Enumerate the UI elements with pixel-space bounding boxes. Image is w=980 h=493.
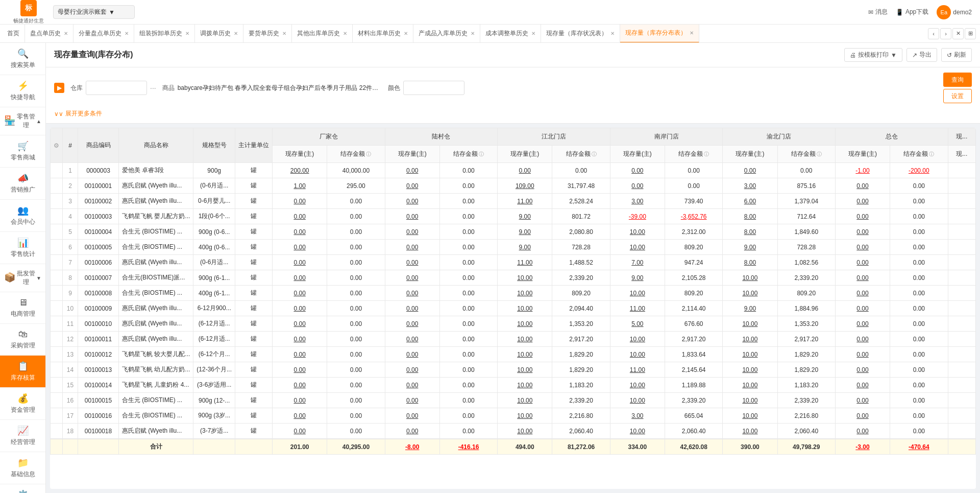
row-jiangbei-stock[interactable]: 10.00 — [498, 362, 552, 378]
row-factory-stock[interactable]: 0.00 — [273, 378, 327, 393]
row-jiangbei-stock[interactable]: 11.00 — [498, 194, 552, 209]
refresh-btn[interactable]: ↺ 刷新 — [941, 48, 972, 62]
row-factory-stock[interactable]: 0.00 — [273, 270, 327, 286]
tab-11-close[interactable]: ✕ — [690, 30, 694, 36]
sidebar-item-retail-mgmt[interactable]: 🏪 零售管理 ▲ — [0, 107, 45, 135]
row-total-stock[interactable]: 0.00 — [835, 332, 890, 347]
sidebar-item-nav[interactable]: ⚡ 快捷导航 — [0, 75, 45, 107]
row-factory-stock[interactable]: 0.00 — [273, 393, 327, 408]
factory-info-icon[interactable]: ⓘ — [366, 151, 371, 157]
row-total-stock[interactable]: 0.00 — [835, 194, 890, 209]
tab-6-close[interactable]: ✕ — [343, 31, 347, 36]
row-yubei-stock[interactable]: 10.00 — [723, 332, 777, 347]
row-factory-stock[interactable]: 0.00 — [273, 286, 327, 301]
row-total-stock[interactable]: 0.00 — [835, 178, 890, 194]
warehouse-input[interactable] — [86, 81, 147, 95]
tab-4-close[interactable]: ✕ — [234, 31, 238, 36]
row-total-stock[interactable]: 0.00 — [835, 270, 890, 286]
row-nanan-stock[interactable]: 3.00 — [610, 194, 665, 209]
lushan-info-icon[interactable]: ⓘ — [479, 151, 484, 157]
row-jiangbei-stock[interactable]: 10.00 — [498, 270, 552, 286]
sidebar-item-retail-stats[interactable]: 📊 零售统计 — [0, 232, 45, 264]
jiangbei-info-icon[interactable]: ⓘ — [592, 151, 597, 157]
row-total-stock[interactable]: 0.00 — [835, 209, 890, 224]
tab-2-close[interactable]: ✕ — [125, 31, 129, 36]
row-factory-stock[interactable]: 0.00 — [273, 332, 327, 347]
row-nanan-stock[interactable]: 10.00 — [610, 240, 665, 255]
row-yubei-stock[interactable]: 10.00 — [723, 270, 777, 286]
row-jiangbei-stock[interactable]: 0.00 — [498, 163, 552, 178]
row-jiangbei-stock[interactable]: 10.00 — [498, 347, 552, 362]
row-total-stock[interactable]: 0.00 — [835, 286, 890, 301]
row-total-stock[interactable]: 0.00 — [835, 255, 890, 270]
row-nanan-stock[interactable]: 0.00 — [610, 178, 665, 194]
tab-9[interactable]: 成本调整单历史 ✕ — [480, 25, 541, 43]
row-factory-stock[interactable]: 0.00 — [273, 316, 327, 332]
sidebar-item-finance[interactable]: 💰 资金管理 — [0, 388, 45, 420]
sidebar-item-ecommerce[interactable]: 🖥 电商管理 — [0, 292, 45, 324]
sidebar-item-base-info[interactable]: 📁 基础信息 — [0, 452, 45, 484]
row-lushan-stock[interactable]: 0.00 — [385, 378, 439, 393]
row-lushan-stock[interactable]: 0.00 — [385, 393, 439, 408]
row-jiangbei-stock[interactable]: 10.00 — [498, 393, 552, 408]
row-total-stock[interactable]: 0.00 — [835, 301, 890, 316]
row-total-stock[interactable]: 0.00 — [835, 224, 890, 240]
row-factory-stock[interactable]: 0.00 — [273, 240, 327, 255]
tab-5-close[interactable]: ✕ — [282, 31, 286, 36]
tab-10-close[interactable]: ✕ — [610, 31, 615, 36]
gear-icon[interactable]: ⚙ — [54, 142, 59, 149]
row-nanan-stock[interactable]: 9.00 — [610, 270, 665, 286]
row-lushan-stock[interactable]: 0.00 — [385, 424, 439, 439]
row-yubei-stock[interactable]: 10.00 — [723, 393, 777, 408]
message-btn[interactable]: ✉ 消息 — [868, 8, 888, 16]
nanan-info-icon[interactable]: ⓘ — [704, 151, 709, 157]
color-input[interactable] — [403, 81, 464, 95]
row-lushan-stock[interactable]: 0.00 — [385, 240, 439, 255]
tab-1[interactable]: 盘点单历史 ✕ — [25, 25, 74, 43]
tab-7[interactable]: 材料出库单历史 ✕ — [353, 25, 413, 43]
row-nanan-stock[interactable]: 11.00 — [610, 301, 665, 316]
row-lushan-stock[interactable]: 0.00 — [385, 316, 439, 332]
tab-close-all-btn[interactable]: ✕ — [952, 28, 964, 39]
row-yubei-stock[interactable]: 10.00 — [723, 316, 777, 332]
tab-8-close[interactable]: ✕ — [471, 31, 475, 36]
tab-9-close[interactable]: ✕ — [531, 31, 535, 36]
tab-home[interactable]: 首页 — [2, 25, 25, 43]
tab-4[interactable]: 调拨单历史 ✕ — [195, 25, 243, 43]
export-btn[interactable]: ↗ 导出 — [906, 48, 937, 62]
tab-3[interactable]: 组装拆卸单历史 ✕ — [134, 25, 195, 43]
row-factory-stock[interactable]: 0.00 — [273, 209, 327, 224]
row-nanan-stock[interactable]: 0.00 — [610, 163, 665, 178]
row-jiangbei-stock[interactable]: 11.00 — [498, 255, 552, 270]
row-total-stock[interactable]: -1.00 — [835, 163, 890, 178]
query-btn[interactable]: 查询 — [943, 73, 972, 87]
row-lushan-stock[interactable]: 0.00 — [385, 270, 439, 286]
app-download-btn[interactable]: 📱 App下载 — [896, 8, 928, 16]
row-yubei-stock[interactable]: 10.00 — [723, 424, 777, 439]
row-nanan-stock[interactable]: 11.00 — [610, 362, 665, 378]
tab-10[interactable]: 现存量（库存状况表） ✕ — [541, 25, 620, 43]
row-factory-stock[interactable]: 0.00 — [273, 424, 327, 439]
row-jiangbei-stock[interactable]: 9.00 — [498, 240, 552, 255]
row-yubei-stock[interactable]: 10.00 — [723, 378, 777, 393]
sidebar-item-search[interactable]: 🔍 搜索英单 — [0, 43, 45, 75]
row-total-stock[interactable]: 0.00 — [835, 316, 890, 332]
row-yubei-stock[interactable]: 10.00 — [723, 408, 777, 424]
row-lushan-stock[interactable]: 0.00 — [385, 332, 439, 347]
row-factory-stock[interactable]: 0.00 — [273, 362, 327, 378]
expand-conditions-btn[interactable]: ∨∨ 展开更多条件 — [54, 109, 102, 118]
user-area[interactable]: Ea demo2 — [937, 5, 972, 19]
row-lushan-stock[interactable]: 0.00 — [385, 194, 439, 209]
row-factory-stock[interactable]: 0.00 — [273, 301, 327, 316]
row-yubei-stock[interactable]: 9.00 — [723, 301, 777, 316]
row-yubei-stock[interactable]: 10.00 — [723, 347, 777, 362]
row-nanan-stock[interactable]: 10.00 — [610, 332, 665, 347]
row-jiangbei-stock[interactable]: 109.00 — [498, 178, 552, 194]
yubei-info-icon[interactable]: ⓘ — [817, 151, 822, 157]
org-selector[interactable]: 母婴行业演示账套 ▼ — [53, 5, 135, 19]
setting-btn[interactable]: 设置 — [943, 89, 972, 103]
row-total-stock[interactable]: 0.00 — [835, 408, 890, 424]
row-nanan-stock[interactable]: 7.00 — [610, 255, 665, 270]
row-nanan-stock[interactable]: 3.00 — [610, 408, 665, 424]
filter-expand-btn[interactable]: ▶ — [54, 83, 64, 93]
